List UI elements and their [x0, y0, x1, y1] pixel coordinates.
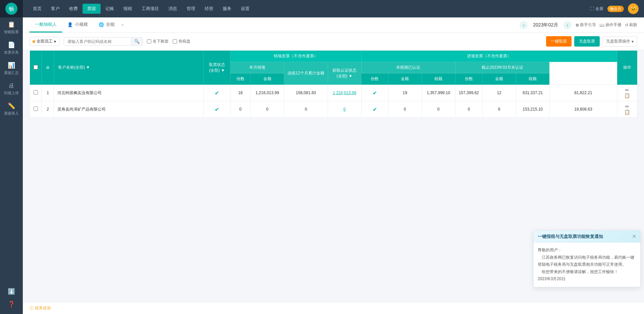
sidebar: 畅 📋 智能取票 📄 发票开具 📊 票据汇总 🖨 扫描上传 ✏️ 票据录入 ⬇️…: [0, 0, 23, 314]
manual-icon: 📖: [599, 23, 604, 27]
select-all-checkbox[interactable]: [34, 65, 38, 69]
nav-operations[interactable]: 经营: [200, 4, 218, 14]
row1-detail-icon[interactable]: 📋: [624, 93, 630, 98]
allround-icon: 🌐: [99, 22, 104, 27]
col-jin-cert-fenshu: 份数: [361, 73, 388, 85]
invoice-issue-icon: 📄: [8, 41, 15, 49]
filter-bar: 全部员工 ▾ 🔍 名下账套 有税盘 一键取票 无盘取票 无盘取票操作 ▾: [23, 33, 644, 50]
notification-close-btn[interactable]: ✕: [632, 233, 636, 240]
nav-fees[interactable]: 收费: [64, 4, 83, 14]
row2-xiao-leiji: 0: [328, 101, 361, 118]
nav-tickets[interactable]: 票据: [83, 4, 101, 14]
manual-btn[interactable]: 📖 操作手册: [599, 22, 622, 28]
row2-jin-uncert-fenshu: 6: [482, 101, 516, 118]
nav-bookkeeping[interactable]: 记账: [101, 4, 119, 14]
nav-service[interactable]: 服务: [218, 4, 236, 14]
row1-jin-cert-jine: 1,357,999.10: [422, 85, 455, 101]
row1-checkbox-cell: [30, 85, 42, 101]
row1-edit-icon[interactable]: ✏: [625, 87, 629, 93]
member-btn[interactable]: 畅会员: [607, 6, 624, 12]
sidebar-item-scan-upload[interactable]: 🖨 扫描上传: [0, 79, 23, 99]
row2-jin-cert-shuie: 0: [455, 101, 482, 118]
col-jin-cert-jine: 金额: [388, 73, 422, 85]
refresh-btn[interactable]: ↺ 刷新: [625, 22, 637, 28]
row2-xiao-fenshu: 0: [230, 101, 251, 118]
row1-jin-cert-icon-cell: ✔: [361, 85, 388, 101]
row1-jin-cert-shuie: 157,399.62: [455, 85, 482, 101]
sidebar-bottom: ⬇️ ❓: [0, 285, 23, 314]
wupan-ticket-btn[interactable]: 无盘取票: [574, 36, 600, 47]
sidebar-item-invoice-issue[interactable]: 📄 发票开具: [0, 38, 23, 58]
app-logo[interactable]: 畅: [0, 0, 23, 17]
tab-general-taxpayer[interactable]: 一般纳税人: [30, 17, 62, 33]
col-action-header: 操作: [617, 51, 637, 85]
col-jin-uncert-fenshu: 份数: [455, 73, 482, 85]
svg-text:畅: 畅: [9, 6, 14, 12]
month-display: 2023年02月: [533, 22, 558, 28]
row1-jin-uncert-fenshu: 12: [482, 85, 516, 101]
prev-month-btn[interactable]: ‹: [520, 21, 528, 29]
col-xiao-group-header: 销项发票（不含作废票）: [230, 51, 361, 62]
row1-xiao-jine: 1,216,013.99: [251, 85, 284, 101]
yijian-ticket-btn[interactable]: 一键取票: [546, 36, 572, 47]
col-jin-uncert-jine: 金额: [482, 73, 516, 85]
fullscreen-btn[interactable]: ⛶ 全屏: [590, 6, 603, 12]
row2-xiao-jine: 0: [251, 101, 284, 118]
sidebar-item-label-2: 发票开具: [4, 50, 19, 55]
name-account-checkbox[interactable]: 名下账套: [147, 39, 169, 44]
row1-jin-uncert-shuie: 81,822.21: [549, 85, 617, 101]
row1-checkbox[interactable]: [34, 90, 38, 95]
guide-btn[interactable]: ✿ 新手引导: [576, 22, 596, 28]
nav-messages[interactable]: 消息: [164, 4, 182, 14]
sidebar-item-ticket-entry[interactable]: ✏️ 票据录入: [0, 99, 23, 119]
member-tag[interactable]: 畅会员: [607, 6, 624, 12]
sidebar-item-smart-ticket[interactable]: 📋 智能取票: [0, 17, 23, 38]
row1-action-cell: ✏ 📋: [617, 85, 637, 101]
row2-checkbox[interactable]: [34, 107, 38, 111]
row2-detail-icon[interactable]: 📋: [624, 109, 630, 115]
search-input[interactable]: [64, 38, 131, 45]
tax-disk-check[interactable]: [173, 39, 177, 44]
nav-settings[interactable]: 设置: [236, 4, 254, 14]
row2-edit-icon[interactable]: ✏: [625, 104, 629, 109]
sidebar-download-btn[interactable]: ⬇️: [0, 285, 23, 298]
nav-tax[interactable]: 报税: [119, 4, 137, 14]
employee-filter[interactable]: 全部员工 ▾: [30, 37, 60, 46]
row1-leiji-link[interactable]: 1,216,013.99: [333, 90, 356, 95]
table-header-row1: ⚙ 客户名称(全部) ▼ 取票状态(全部) ▼ 销项发票（不含作废票） 进项发票…: [30, 51, 637, 62]
name-account-check[interactable]: [147, 39, 151, 44]
row1-jin-uncert-jine: 631,337.21: [516, 85, 549, 101]
row2-leiji-link[interactable]: 0: [343, 107, 346, 112]
row1-status-icon: ✔: [215, 90, 219, 96]
sidebar-item-ticket-summary[interactable]: 📊 票据汇总: [0, 58, 23, 79]
nav-management[interactable]: 管理: [182, 4, 200, 14]
row2-status-cell: ✔: [204, 101, 230, 118]
notification-title: 一键报税与无盘取票功能恢复通知: [538, 234, 603, 240]
notification-popup: 一键报税与无盘取票功能恢复通知 ✕ 尊敬的用户： 江苏政务网已恢复访问电子税务局…: [533, 230, 641, 287]
wupan-ops-btn[interactable]: 无盘取票操作 ▾: [602, 36, 637, 47]
row2-checkbox-cell: [30, 101, 42, 118]
nav-business[interactable]: 工商项目: [137, 4, 164, 14]
col-jin-group-header: 进项发票（不含作废票）: [361, 51, 617, 62]
col-customer-header: 客户名称(全部) ▼: [54, 51, 204, 85]
nav-customer[interactable]: 客户: [46, 4, 64, 14]
sidebar-help-btn[interactable]: ❓: [0, 298, 23, 311]
table-row: 1 河北柯搭枫实业有限公司 ✔ 18 1,216,013.99 158,081.…: [30, 85, 637, 101]
search-button[interactable]: 🔍: [131, 38, 143, 45]
notification-body: 尊敬的用户： 江苏政务网已恢复访问电子税务局功能，易代账一键登陆电子税务局与无盘…: [534, 243, 640, 287]
tax-disk-checkbox[interactable]: 有税盘: [173, 39, 191, 44]
user-avatar[interactable]: 🐱: [628, 3, 639, 14]
tab-actions: ✿ 新手引导 📖 操作手册 ↺ 刷新: [576, 22, 637, 28]
tax-policy-link[interactable]: ⓘ 税务政策: [30, 305, 51, 311]
filter-actions: 一键取票 无盘取票 无盘取票操作 ▾: [546, 36, 637, 47]
tab-allround[interactable]: 🌐 全能: [93, 17, 120, 33]
row2-jin-uncert-shuie: 19,808.63: [549, 101, 617, 118]
nav-home[interactable]: 首页: [28, 4, 46, 14]
tab-small-scale[interactable]: 👤 小规模: [62, 17, 93, 33]
col-cert-status-header: 获取认证状态(全部) ▼: [328, 62, 361, 85]
next-month-btn[interactable]: ›: [564, 21, 572, 29]
row2-status-icon: ✔: [215, 107, 219, 112]
row2-jin-cert-icon: ✔: [373, 107, 377, 112]
table-container: ⚙ 客户名称(全部) ▼ 取票状态(全部) ▼ 销项发票（不含作废票） 进项发票…: [23, 50, 644, 124]
col-12month-header: 连续12个月累计金额: [284, 62, 328, 85]
